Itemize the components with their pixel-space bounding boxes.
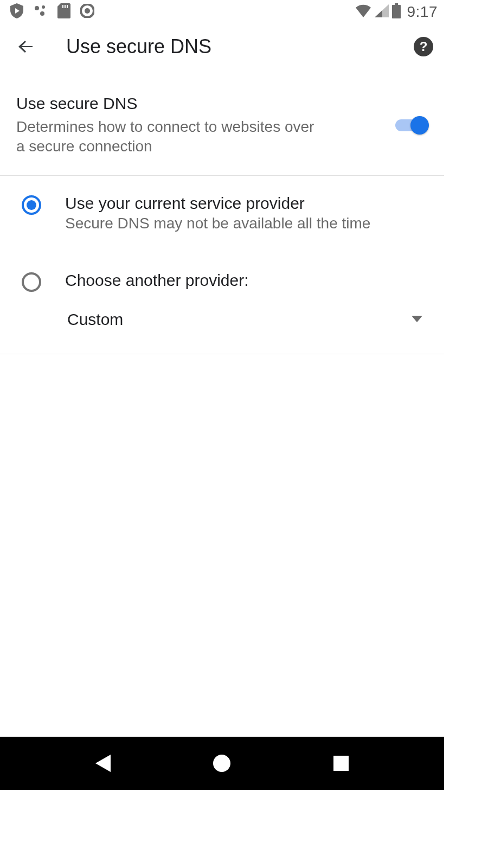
svg-point-0 [35, 6, 39, 10]
radio-button-unselected [22, 272, 41, 292]
square-recents-icon [333, 756, 349, 771]
wifi-icon [355, 4, 371, 20]
nav-back-button[interactable] [92, 752, 114, 774]
status-bar: 9:17 [0, 0, 444, 24]
svg-rect-4 [65, 5, 66, 8]
provider-options: Use your current service provider Secure… [0, 176, 444, 354]
triangle-back-icon [95, 755, 111, 772]
svg-rect-3 [62, 5, 63, 8]
battery-icon [392, 3, 401, 21]
radio-inner [27, 200, 36, 210]
svg-point-1 [42, 5, 45, 9]
svg-rect-9 [392, 5, 401, 18]
svg-rect-11 [333, 756, 349, 771]
radio-text: Choose another provider: [65, 271, 428, 290]
nav-home-button[interactable] [211, 752, 233, 774]
toggle-description: Determines how to connect to websites ov… [16, 117, 320, 157]
svg-point-7 [85, 8, 90, 14]
radio-button-selected [22, 195, 41, 215]
sd-card-icon [57, 3, 70, 21]
help-button[interactable]: ? [414, 37, 433, 56]
svg-rect-8 [395, 3, 398, 5]
option-title: Choose another provider: [65, 271, 428, 290]
arrow-left-icon [16, 37, 36, 56]
navigation-bar [0, 737, 444, 790]
provider-dropdown[interactable]: Custom [0, 298, 444, 334]
option-another-provider[interactable]: Choose another provider: [0, 265, 444, 298]
status-right-icons: 9:17 [355, 3, 438, 21]
toggle-text: Use secure DNS Determines how to connect… [16, 94, 384, 157]
secure-dns-toggle-row[interactable]: Use secure DNS Determines how to connect… [0, 69, 444, 176]
option-current-provider[interactable]: Use your current service provider Secure… [0, 188, 444, 239]
nav-recents-button[interactable] [330, 752, 352, 774]
radio-text: Use your current service provider Secure… [65, 194, 428, 232]
back-button[interactable] [14, 35, 38, 59]
app-bar: Use secure DNS ? [0, 24, 444, 69]
option-title: Use your current service provider [65, 194, 428, 213]
cell-signal-icon [375, 4, 389, 20]
help-icon: ? [420, 39, 428, 54]
option-description: Secure DNS may not be available all the … [65, 215, 428, 232]
toggle-title: Use secure DNS [16, 94, 384, 113]
svg-point-10 [213, 755, 230, 772]
secure-dns-switch[interactable] [395, 115, 428, 136]
dropdown-selected-label: Custom [67, 310, 412, 329]
status-left-icons [10, 3, 94, 21]
shield-play-icon [10, 3, 24, 21]
chevron-down-icon [412, 315, 422, 324]
svg-point-2 [40, 11, 44, 16]
status-time: 9:17 [407, 3, 438, 21]
dots-icon [34, 4, 48, 20]
circle-home-icon [213, 755, 230, 772]
switch-thumb [410, 116, 429, 135]
content-area: Use secure DNS Determines how to connect… [0, 69, 444, 737]
svg-rect-5 [67, 5, 68, 8]
page-title: Use secure DNS [66, 35, 386, 58]
circle-icon [80, 4, 94, 20]
